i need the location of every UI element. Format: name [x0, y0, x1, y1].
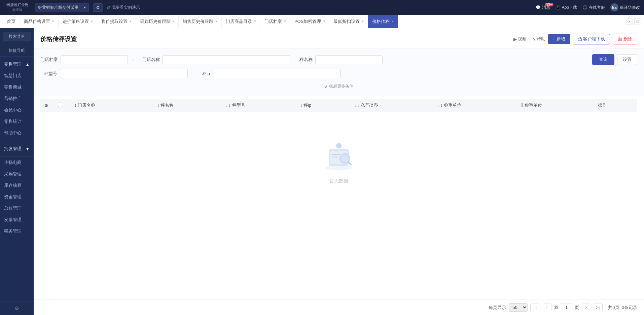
close-tab-button[interactable]: ×	[626, 18, 633, 25]
tab-price-setting[interactable]: 商品价格设置 ×	[20, 15, 59, 28]
store-name-input[interactable]	[163, 55, 290, 64]
settings-filter-button[interactable]: 设置	[617, 54, 637, 65]
demo-button[interactable]: ◎ 我要看实例演示	[107, 5, 140, 10]
sidebar-item-tax[interactable]: 税务管理	[0, 225, 34, 237]
select-all-checkbox[interactable]	[58, 103, 62, 107]
tab-store-catalog[interactable]: 门店商品目录 ×	[222, 15, 260, 28]
page-title: 价格传秤设置	[40, 35, 77, 43]
tab-sale-history-label: 销售历史价跟踪	[183, 19, 213, 25]
sidebar-item-marketing[interactable]: 营销推广	[0, 93, 34, 104]
download-icon: 📱	[556, 5, 561, 10]
tab-sale-extract-label: 售价提取设置	[101, 19, 128, 25]
scale-name-input[interactable]	[315, 55, 383, 64]
first-page-button[interactable]: |<	[530, 304, 540, 311]
table-col-scale-ip[interactable]: ↕ 秤ip	[293, 99, 351, 112]
page-number-input[interactable]	[560, 304, 573, 311]
table-area: ⚙ ↕ 门店名称 ↕ 秤名称 ↕ 秤型号 ↕ 秤ip ↕ 条码类型 ↕ 称重单位…	[34, 96, 644, 300]
tab-sale-history[interactable]: 销售历史价跟踪 ×	[179, 15, 222, 28]
demo-button-label: 我要看实例演示	[112, 5, 140, 10]
tab-store-file[interactable]: 门店档案 ×	[260, 15, 290, 28]
page-actions: ▶ 视频 | ? 帮助 + 新增 凸 客户端下载 面 删除	[513, 34, 637, 44]
quick-nav-button[interactable]: 快捷导航	[0, 45, 34, 57]
sidebar-item-inventory[interactable]: 库存核算	[0, 180, 34, 191]
page-of-label: 页	[575, 305, 579, 311]
tab-price-spread[interactable]: 价格传秤 ×	[368, 15, 398, 28]
filter-scale-ip: 秤ip	[193, 69, 341, 78]
store-file-ellipsis[interactable]: ···	[131, 57, 137, 62]
sidebar-section-retail-header[interactable]: 零售管理 ▲	[0, 59, 34, 70]
tab-purchase-strategy-close[interactable]: ×	[91, 20, 93, 23]
sidebar-item-retail-stats[interactable]: 零售统计	[0, 116, 34, 127]
sidebar-gear-icon[interactable]: ⚙	[14, 306, 19, 311]
table-col-store-name[interactable]: ↕ 门店名称	[67, 99, 150, 112]
table-col-scale-name[interactable]: ↕ 秤名称	[150, 99, 221, 112]
table-col-barcode-type[interactable]: ↕ 条码类型	[351, 99, 433, 112]
table-header-row: ⚙ ↕ 门店名称 ↕ 秤名称 ↕ 秤型号 ↕ 秤ip ↕ 条码类型 ↕ 称重单位…	[40, 99, 637, 112]
version-selector[interactable]: 好业财标准版交付试用 ▾	[35, 3, 89, 12]
sidebar-item-finance[interactable]: 资金管理	[0, 191, 34, 203]
sidebar-item-member-center[interactable]: 会员中心	[0, 104, 34, 116]
tab-min-discount-close[interactable]: ×	[362, 20, 364, 23]
avatar: Ea	[610, 3, 618, 11]
tab-price-setting-close[interactable]: ×	[52, 20, 54, 23]
main-layout: 搜索菜单 快捷导航 零售管理 ▲ 智慧门店 零售商城 营销推广 会员中心 零售统…	[0, 28, 644, 315]
sidebar-item-invoice[interactable]: 发票管理	[0, 214, 34, 225]
tab-purchase-strategy[interactable]: 进价策略设置 ×	[59, 15, 97, 28]
expand-tab-button[interactable]: □	[634, 18, 641, 25]
page-size-select[interactable]: 10 20 50 100	[509, 303, 528, 312]
scale-model-input[interactable]	[60, 69, 188, 78]
add-button[interactable]: + 新增	[548, 34, 570, 44]
tab-purchase-history[interactable]: 采购历史价跟踪 ×	[136, 15, 179, 28]
download-client-button[interactable]: 凸 客户端下载	[573, 34, 610, 44]
version-settings-button[interactable]: ⚙	[93, 3, 103, 12]
sidebar-section-retail-label: 零售管理	[4, 61, 22, 67]
page-header: 价格传秤设置 ▶ 视频 | ? 帮助 + 新增 凸 客户端下载 面 删除	[34, 28, 644, 49]
search-menu-button[interactable]: 搜索菜单	[3, 32, 31, 41]
user-name: 徐泽华修改	[620, 5, 640, 10]
tab-store-catalog-close[interactable]: ×	[254, 20, 256, 23]
app-download-button[interactable]: 📱 App下载	[556, 5, 577, 10]
query-button[interactable]: 查询	[592, 54, 614, 65]
tab-pos-manage[interactable]: POS加密管理 ×	[290, 15, 329, 28]
tab-home[interactable]: 首页	[3, 15, 20, 28]
tab-home-label: 首页	[7, 19, 15, 25]
help-link[interactable]: ? 帮助	[533, 36, 545, 42]
sidebar-item-retail-mall[interactable]: 零售商城	[0, 81, 34, 93]
sidebar-item-purchase[interactable]: 采购管理	[0, 168, 34, 180]
last-page-button[interactable]: >|	[593, 304, 603, 311]
tab-price-spread-close[interactable]: ×	[392, 20, 394, 23]
sidebar-item-smart-store[interactable]: 智慧门店	[0, 70, 34, 81]
store-name-label: 门店名称	[142, 57, 160, 63]
sidebar-bottom: ⚙	[0, 302, 34, 315]
table-col-check	[54, 99, 67, 112]
table-col-scale-model[interactable]: ↕ 秤型号	[222, 99, 293, 112]
store-file-input[interactable]	[61, 55, 128, 64]
tab-pos-manage-close[interactable]: ×	[323, 20, 325, 23]
video-link[interactable]: ▶ 视频	[513, 36, 527, 42]
user-menu[interactable]: Ea 徐泽华修改	[610, 3, 640, 11]
store-file-label: 门店档案	[40, 57, 58, 63]
filter-scale-name: 秤名称	[296, 55, 383, 64]
message-button[interactable]: 💬 消息 99+	[536, 5, 550, 10]
tab-sale-extract[interactable]: 售价提取设置 ×	[97, 15, 136, 28]
scale-model-label: 秤型号	[40, 71, 57, 77]
table-col-weight-unit[interactable]: ↕ 称重单位	[433, 99, 516, 112]
table-gear-icon[interactable]: ⚙	[44, 103, 48, 108]
prev-page-button[interactable]: <	[543, 304, 551, 311]
sidebar-section-wholesale-header[interactable]: 批发管理 ▼	[0, 143, 34, 154]
sidebar-item-help-center[interactable]: 帮助中心	[0, 127, 34, 139]
tab-sale-history-close[interactable]: ×	[215, 20, 217, 23]
scale-ip-input[interactable]	[213, 69, 341, 78]
tab-min-discount[interactable]: 最低折扣设置 ×	[329, 15, 368, 28]
sidebar-item-ledger[interactable]: 总账管理	[0, 203, 34, 214]
question-icon: ?	[533, 37, 535, 42]
delete-button[interactable]: 面 删除	[613, 34, 637, 44]
online-service-button[interactable]: 🎧 在线客服	[582, 5, 605, 10]
svg-line-5	[349, 162, 351, 165]
collapse-button[interactable]: ∧ 收起更多条件	[321, 82, 357, 91]
tab-purchase-history-close[interactable]: ×	[173, 20, 175, 23]
sidebar-item-ecommerce[interactable]: 小畅电商	[0, 157, 34, 168]
tab-sale-extract-close[interactable]: ×	[130, 20, 132, 23]
next-page-button[interactable]: >	[582, 304, 591, 311]
tab-store-file-close[interactable]: ×	[284, 20, 286, 23]
